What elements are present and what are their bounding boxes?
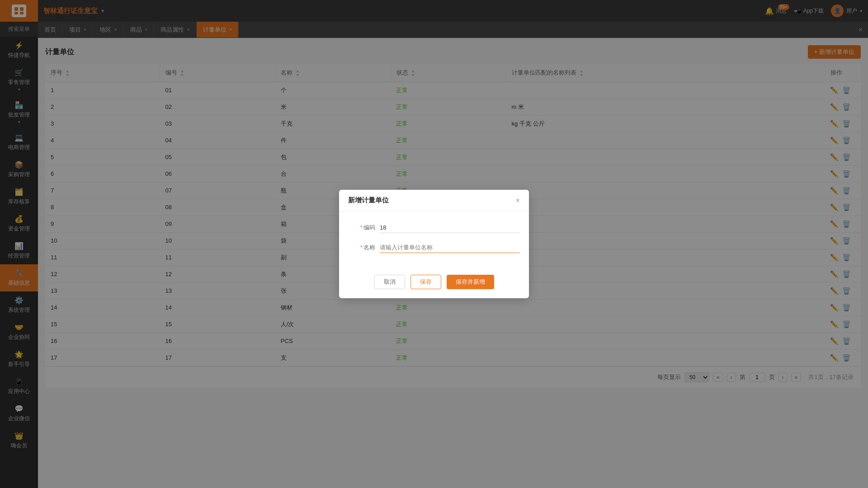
name-input[interactable] <box>380 242 520 253</box>
modal-header: 新增计量单位 × <box>339 190 529 211</box>
form-row-name: *名称 <box>348 242 520 253</box>
cancel-button[interactable]: 取消 <box>374 275 405 289</box>
save-add-button[interactable]: 保存并新增 <box>447 275 494 289</box>
name-label: *名称 <box>348 244 375 252</box>
modal-footer: 取消 保存 保存并新增 <box>339 269 529 298</box>
code-input[interactable] <box>380 222 520 233</box>
modal-title: 新增计量单位 <box>348 196 389 205</box>
save-button[interactable]: 保存 <box>410 275 441 289</box>
modal-overlay[interactable]: 新增计量单位 × *编码 *名称 取消 保存 保存并新增 <box>0 0 868 488</box>
add-unit-modal: 新增计量单位 × *编码 *名称 取消 保存 保存并新增 <box>339 190 529 298</box>
modal-close-button[interactable]: × <box>516 197 520 204</box>
code-label: *编码 <box>348 224 375 232</box>
modal-body: *编码 *名称 <box>339 211 529 269</box>
form-row-code: *编码 <box>348 222 520 233</box>
